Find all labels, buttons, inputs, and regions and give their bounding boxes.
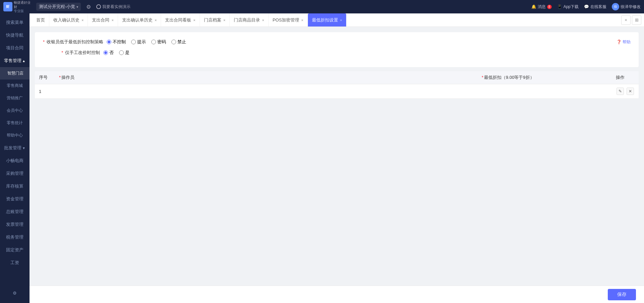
sidebar-item-retail-mall[interactable]: 零售商城 [0,80,30,92]
policy-radio-no-control[interactable]: 不控制 [107,39,126,45]
app-version: 专业版 [14,9,33,13]
tab-pos-encryption[interactable]: POS加密管理 × [269,13,308,27]
tab-expenditure-contract-close[interactable]: × [111,18,113,22]
edit-row-btn[interactable]: ✎ [616,88,624,95]
sidebar-item-wholesale[interactable]: 批发管理 ▼ [0,142,30,154]
user-item[interactable]: 徐 徐泽华修改 [612,3,641,10]
tab-store-file[interactable]: 门店档案 × [200,13,230,27]
demo-label: 我要看实例演示 [102,4,130,10]
tab-expenditure-history-close[interactable]: × [155,18,157,22]
policy-hint-label: 提示 [137,39,146,45]
policy-radio-group: 不控制 提示 密码 禁止 [107,39,186,45]
policy-radio-password[interactable]: 密码 [151,39,166,45]
sidebar-item-quicknav[interactable]: 快捷导航 [0,29,30,42]
policy-radio-forbid-input[interactable] [171,40,176,44]
tab-min-discount[interactable]: 最低折扣设置 × [308,13,346,27]
manual-no-label: 否 [109,50,114,56]
policy-no-control-label: 不控制 [113,39,126,45]
policy-password-label: 密码 [157,39,166,45]
sidebar-item-fixed-assets[interactable]: 固定资产 [0,244,30,256]
policy-radio-no-control-input[interactable] [107,40,111,44]
tab-store-file-close[interactable]: × [223,18,225,22]
online-service-item[interactable]: 💬 在线客服 [584,4,606,10]
tab-close-btn[interactable]: × [621,15,631,25]
delete-row-btn[interactable]: ✕ [627,88,634,95]
top-bar: 财 畅捷通好业财 专业版 测试分开完程-小觉 ▾ ⚙ 我要看实例演示 🔔 消息 … [0,0,644,13]
online-service-label: 在线客服 [590,4,606,10]
tab-income-history[interactable]: 收入确认历史 × [49,13,88,27]
tab-expenditure-history[interactable]: 支出确认单历史 × [118,13,161,27]
help-link[interactable]: ❓ 帮助 [616,39,631,45]
tab-home[interactable]: 首页 [32,13,49,27]
sidebar-item-finance[interactable]: 资金管理 [0,193,30,205]
tab-min-discount-label: 最低折扣设置 [312,17,338,23]
sidebar-item-purchase[interactable]: 采购管理 [0,167,30,180]
cell-discount [478,84,612,99]
logo-icon: 财 [3,2,12,11]
policy-radio-hint-input[interactable] [131,40,136,44]
sidebar: 搜索菜单 快捷导航 项目合同 零售管理 ▲ 智慧门店 零售商城 营销推广 会员中… [0,13,30,303]
settings-icon[interactable]: ⚙ [86,4,91,10]
tab-contract-board-close[interactable]: × [193,18,195,22]
sidebar-item-help[interactable]: 帮助中心 [0,129,30,142]
tab-min-discount-close[interactable]: × [340,18,342,22]
chevron-down-icon: ▾ [76,5,78,9]
sidebar-item-ledger[interactable]: 总账管理 [0,205,30,218]
arrow-icon: ▲ [22,59,25,63]
sidebar-item-inventory[interactable]: 库存核算 [0,180,30,193]
messages-label: 消息 [538,4,546,10]
sidebar-item-smart-store[interactable]: 智慧门店 [0,67,30,80]
arrow-down-icon: ▼ [22,146,25,150]
manual-radio-group: 否 是 [103,50,129,56]
tab-bar-right: × ⊞ [621,15,641,25]
tab-expenditure-contract-label: 支出合同 [92,17,109,23]
sidebar-item-salary[interactable]: 工资 [0,256,30,269]
required-mark: * [43,39,45,44]
tab-home-label: 首页 [36,17,45,23]
sidebar-item-search[interactable]: 搜索菜单 [0,16,30,29]
col-header-discount: *最低折扣（9.00等于9折） [478,71,612,84]
table-header-row: 序号 *操作员 *最低折扣（9.00等于9折） 操作 [35,71,639,84]
manual-radio-yes[interactable]: 是 [119,50,129,56]
manual-radio-no-input[interactable] [103,50,108,55]
app-download-label: App下载 [564,4,579,10]
tab-store-catalog[interactable]: 门店商品目录 × [230,13,268,27]
app-logo: 财 畅捷通好业财 专业版 [3,0,33,13]
sidebar-item-marketing[interactable]: 营销推广 [0,92,30,104]
project-name: 测试分开完程-小觉 [39,4,75,10]
sidebar-item-gear[interactable]: ⚙ [11,287,18,299]
col-header-action: 操作 [612,71,639,84]
save-button[interactable]: 保存 [608,289,636,300]
policy-radio-hint[interactable]: 提示 [131,39,146,45]
manual-yes-label: 是 [125,50,129,56]
tab-pos-encryption-label: POS加密管理 [273,17,299,23]
policy-radio-password-input[interactable] [151,40,156,44]
messages-item[interactable]: 🔔 消息 8 [531,4,552,10]
project-selector[interactable]: 测试分开完程-小觉 ▾ [36,3,81,11]
top-bar-center: 测试分开完程-小觉 ▾ ⚙ 我要看实例演示 [33,3,531,11]
cell-operator [55,84,478,99]
main-layout: 搜索菜单 快捷导航 项目合同 零售管理 ▲ 智慧门店 零售商城 营销推广 会员中… [0,13,644,303]
sidebar-item-ecommerce[interactable]: 小畅电商 [0,154,30,167]
policy-radio-forbid[interactable]: 禁止 [171,39,186,45]
sidebar-item-tax[interactable]: 税务管理 [0,231,30,244]
tab-more-btn[interactable]: ⊞ [632,15,641,25]
tab-income-history-close[interactable]: × [82,18,84,22]
tab-pos-encryption-close[interactable]: × [301,18,303,22]
top-bar-right: 🔔 消息 8 📱 App下载 💬 在线客服 徐 徐泽华修改 [531,3,641,10]
app-download-item[interactable]: 📱 App下载 [557,4,579,10]
tab-expenditure-contract[interactable]: 支出合同 × [88,13,118,27]
manual-radio-no[interactable]: 否 [103,50,114,56]
sidebar-item-retail-stats[interactable]: 零售统计 [0,117,30,129]
demo-link[interactable]: 我要看实例演示 [96,4,130,10]
manual-radio-yes-input[interactable] [119,50,124,55]
sidebar-item-contract[interactable]: 项目合同 [0,42,30,54]
tab-income-history-label: 收入确认历史 [53,17,79,23]
data-table-wrap: 序号 *操作员 *最低折扣（9.00等于9折） 操作 1 [35,71,639,99]
tab-store-catalog-close[interactable]: × [262,18,264,22]
sidebar-item-retail[interactable]: 零售管理 ▲ [0,54,30,67]
sidebar-item-invoice[interactable]: 发票管理 [0,218,30,231]
sidebar-item-members[interactable]: 会员中心 [0,104,30,117]
tab-contract-board[interactable]: 支出合同看板 × [161,13,200,27]
tab-store-file-label: 门店档案 [204,17,221,23]
